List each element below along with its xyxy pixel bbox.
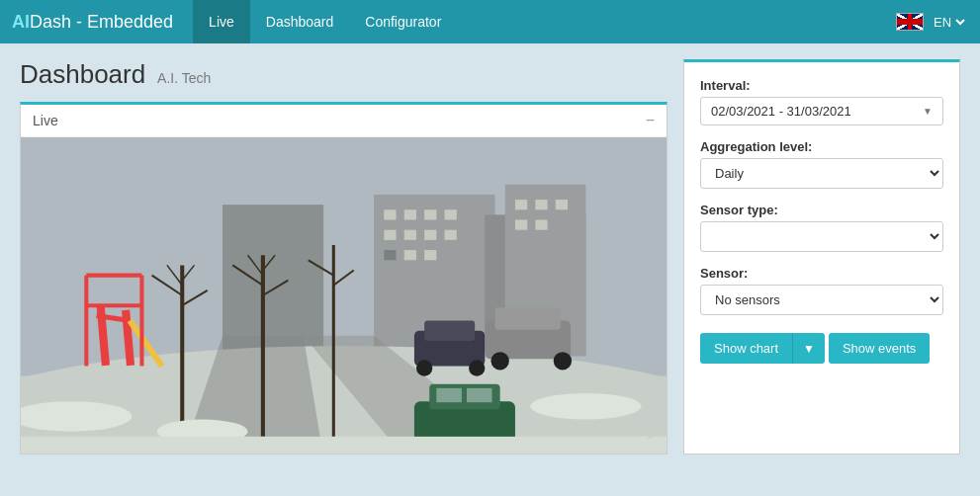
svg-rect-19 (515, 219, 527, 229)
live-card-title: Live (33, 113, 58, 128)
show-events-button[interactable]: Show events (829, 333, 930, 364)
navbar: AIDash - Embedded Live Dashboard Configu… (0, 0, 980, 43)
live-card-header: Live − (21, 105, 667, 137)
camera-feed: > (21, 137, 667, 454)
svg-rect-12 (445, 230, 457, 240)
camera-scene-svg (21, 137, 667, 454)
svg-rect-13 (384, 250, 396, 260)
brand-prefix: AI (12, 12, 30, 32)
flag-uk-icon (896, 13, 924, 31)
svg-point-49 (469, 360, 485, 375)
nav-configurator[interactable]: Configurator (349, 0, 457, 43)
svg-rect-59 (467, 388, 492, 402)
language-dropdown[interactable]: EN DE FR (930, 14, 968, 31)
date-range-picker[interactable]: 02/03/2021 - 31/03/2021 ▼ (700, 97, 943, 125)
page-title-area: Dashboard A.I. Tech (20, 59, 668, 90)
svg-rect-4 (223, 205, 323, 356)
svg-rect-18 (556, 200, 568, 209)
nav-dashboard[interactable]: Dashboard (250, 0, 350, 43)
svg-rect-58 (436, 388, 462, 402)
camera-nav-arrow[interactable]: > (646, 425, 657, 446)
svg-rect-47 (424, 321, 475, 341)
sensor-group: Sensor: No sensors (700, 266, 943, 315)
aggregation-group: Aggregation level: Daily Weekly Monthly (700, 139, 943, 189)
sensor-type-select[interactable] (700, 221, 943, 252)
brand-logo[interactable]: AIDash - Embedded (12, 12, 173, 33)
svg-rect-17 (535, 200, 547, 209)
brand-suffix: Dash - Embedded (30, 12, 173, 32)
svg-rect-8 (445, 209, 457, 219)
sensor-select[interactable]: No sensors (700, 285, 943, 315)
page-subtitle: A.I. Tech (157, 70, 211, 86)
nav-live[interactable]: Live (193, 0, 250, 43)
svg-point-62 (530, 393, 641, 420)
interval-group: Interval: 02/03/2021 - 31/03/2021 ▼ (700, 78, 943, 125)
show-chart-group: Show chart ▼ (700, 333, 825, 364)
svg-rect-51 (495, 307, 561, 329)
svg-point-53 (554, 352, 572, 370)
svg-rect-5 (384, 209, 396, 219)
sensor-type-group: Sensor type: (700, 203, 943, 252)
sensor-label: Sensor: (700, 266, 943, 281)
svg-rect-11 (424, 230, 436, 240)
date-range-value: 02/03/2021 - 31/03/2021 (711, 104, 851, 119)
live-card: Live − (20, 102, 668, 455)
svg-point-52 (490, 352, 508, 370)
svg-rect-16 (515, 200, 527, 209)
svg-rect-6 (404, 209, 416, 219)
svg-rect-15 (424, 250, 436, 260)
svg-rect-20 (535, 219, 547, 229)
sensor-type-label: Sensor type: (700, 203, 943, 217)
svg-rect-14 (404, 250, 416, 260)
language-selector[interactable]: EN DE FR (896, 13, 968, 31)
date-range-dropdown-icon: ▼ (923, 106, 933, 117)
svg-rect-10 (404, 230, 416, 240)
action-buttons: Show chart ▼ Show events (700, 333, 943, 364)
minimize-button[interactable]: − (646, 113, 655, 128)
aggregation-label: Aggregation level: (700, 139, 943, 154)
left-panel: Dashboard A.I. Tech Live − (20, 59, 668, 455)
right-panel: Interval: 02/03/2021 - 31/03/2021 ▼ Aggr… (683, 59, 960, 455)
page-content: Dashboard A.I. Tech Live − (0, 43, 980, 470)
show-chart-button[interactable]: Show chart (700, 333, 792, 364)
interval-label: Interval: (700, 78, 943, 93)
show-chart-dropdown-button[interactable]: ▼ (792, 333, 825, 364)
svg-rect-9 (384, 230, 396, 240)
svg-rect-63 (21, 437, 667, 454)
aggregation-select[interactable]: Daily Weekly Monthly (700, 158, 943, 189)
page-title: Dashboard (20, 59, 145, 89)
svg-point-48 (416, 360, 432, 375)
svg-rect-7 (424, 209, 436, 219)
nav-links: Live Dashboard Configurator (193, 0, 896, 43)
